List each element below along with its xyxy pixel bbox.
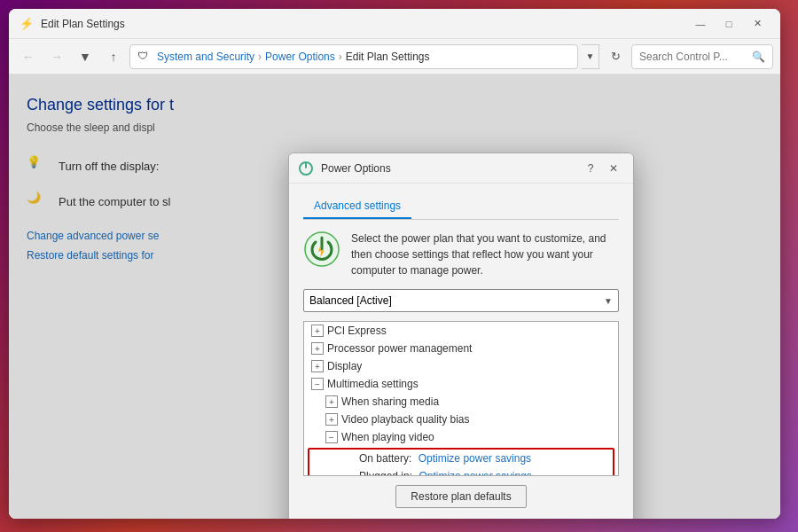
modal-controls: ? ✕ — [580, 159, 624, 178]
modal-description-area: Select the power plan that you want to c… — [303, 231, 619, 278]
modal-title: Power Options — [321, 162, 580, 175]
search-input[interactable] — [639, 51, 747, 63]
tree-item-plugged-in[interactable]: Plugged in: Optimize power savings — [309, 467, 613, 476]
power-plan-icon — [303, 231, 340, 268]
power-options-dialog: Power Options ? ✕ Advanced settings — [288, 153, 634, 519]
on-battery-label: On battery: — [359, 452, 415, 465]
up-button[interactable]: ↑ — [101, 44, 126, 69]
content-area: Change settings for t Choose the sleep a… — [9, 74, 780, 519]
close-window-button[interactable]: ✕ — [745, 15, 770, 33]
address-shield-icon: 🛡 — [137, 50, 152, 64]
forward-button[interactable]: → — [44, 44, 69, 69]
tree-pci-label: PCI Express — [327, 325, 387, 337]
modal-power-icon — [298, 160, 314, 176]
tree-sharing-label: When sharing media — [341, 395, 439, 408]
tree-multimedia-label: Multimedia settings — [327, 378, 419, 390]
tree-item-multimedia[interactable]: − Multimedia settings — [304, 375, 618, 393]
modal-body: Advanced settings Select — [289, 184, 633, 519]
advanced-settings-tab[interactable]: Advanced settings — [303, 194, 411, 219]
address-bar: ← → ▼ ↑ 🛡 System and Security › Power Op… — [9, 39, 780, 74]
tree-item-pci[interactable]: + PCI Express — [304, 322, 618, 340]
tree-processor-label: Processor power management — [327, 342, 472, 355]
modal-close-button[interactable]: ✕ — [603, 159, 624, 178]
main-window: ⚡ Edit Plan Settings — □ ✕ ← → ▼ ↑ 🛡 Sys… — [9, 9, 780, 519]
expand-playing-icon[interactable]: − — [325, 431, 338, 443]
on-battery-value: Optimize power savings — [419, 452, 531, 465]
back-button[interactable]: ← — [16, 44, 41, 69]
dropdown-button[interactable]: ▼ — [73, 44, 98, 69]
tree-playing-label: When playing video — [341, 431, 434, 443]
tree-item-playing-video[interactable]: − When playing video — [304, 428, 618, 446]
minimize-button[interactable]: — — [688, 15, 713, 33]
tree-item-on-battery[interactable]: On battery: Optimize power savings — [309, 450, 613, 467]
breadcrumb-system-security[interactable]: System and Security — [157, 51, 254, 63]
breadcrumb-current: Edit Plan Settings — [346, 51, 430, 63]
expand-multimedia-icon[interactable]: − — [311, 378, 324, 390]
tree-item-video-quality[interactable]: + Video playback quality bias — [304, 411, 618, 428]
title-bar: ⚡ Edit Plan Settings — □ ✕ — [9, 9, 780, 39]
plan-dropdown[interactable]: Balanced [Active] ▼ — [303, 289, 619, 312]
plugged-in-value: Optimize power savings — [419, 470, 531, 476]
search-icon: 🔍 — [752, 51, 765, 63]
window-title: Edit Plan Settings — [41, 18, 688, 30]
breadcrumb-power-options[interactable]: Power Options — [265, 51, 335, 63]
tree-video-quality-label: Video playback quality bias — [341, 413, 470, 426]
tree-item-sharing[interactable]: + When sharing media — [304, 393, 618, 411]
window-icon: ⚡ — [20, 17, 34, 31]
highlighted-box: On battery: Optimize power savings Plugg… — [308, 448, 614, 476]
expand-pci-icon[interactable]: + — [311, 325, 324, 337]
plan-dropdown-value: Balanced [Active] — [309, 294, 392, 307]
address-dropdown-arrow[interactable]: ▼ — [582, 44, 599, 69]
maximize-button[interactable]: □ — [716, 15, 741, 33]
refresh-button[interactable]: ↻ — [603, 44, 628, 69]
breadcrumb-sep-1: › — [258, 51, 262, 63]
search-box: 🔍 — [631, 44, 773, 69]
plan-dropdown-arrow-icon: ▼ — [604, 296, 613, 306]
expand-sharing-icon[interactable]: + — [325, 395, 338, 408]
plugged-in-label: Plugged in: — [359, 470, 415, 476]
restore-plan-defaults-button[interactable]: Restore plan defaults — [395, 485, 526, 508]
tree-container[interactable]: + PCI Express + Processor power manageme… — [303, 321, 619, 476]
tree-display-label: Display — [327, 360, 362, 372]
modal-titlebar: Power Options ? ✕ — [289, 153, 633, 184]
tree-item-display[interactable]: + Display — [304, 357, 618, 375]
modal-description: Select the power plan that you want to c… — [351, 231, 619, 278]
expand-video-quality-icon[interactable]: + — [325, 413, 338, 426]
breadcrumb-sep-2: › — [339, 51, 342, 63]
address-path: 🛡 System and Security › Power Options › … — [129, 44, 578, 69]
window-controls: — □ ✕ — [688, 15, 770, 33]
modal-help-button[interactable]: ? — [580, 159, 601, 178]
svg-rect-1 — [305, 162, 307, 168]
tree-item-processor[interactable]: + Processor power management — [304, 340, 618, 357]
expand-processor-icon[interactable]: + — [311, 342, 324, 355]
modal-tab-bar: Advanced settings — [303, 194, 619, 220]
expand-display-icon[interactable]: + — [311, 360, 324, 372]
